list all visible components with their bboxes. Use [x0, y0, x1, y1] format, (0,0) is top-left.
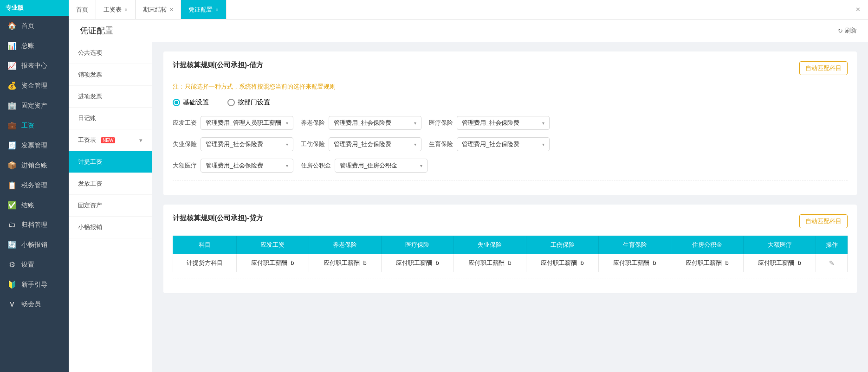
chevron-down-icon: ▾	[286, 121, 288, 126]
radio-basic[interactable]: 基础设置	[173, 98, 209, 107]
credit-title: 计提核算规则(公司承担)-贷方	[173, 214, 263, 223]
field-yanglao: 养老保险 管理费用_社会保险费 ▾	[301, 116, 421, 130]
new-badge: NEW	[101, 137, 115, 143]
field-yiliao: 医疗保险 管理费用_社会保险费 ▾	[429, 116, 550, 130]
nav-item-input-invoice[interactable]: 进项发票	[69, 86, 152, 108]
field-gongjijin: 住房公积金 管理费用_住房公积金 ▾	[301, 159, 428, 173]
guide-icon: 🔰	[7, 280, 17, 289]
th-gongjijin: 住房公积金	[671, 236, 744, 254]
tab-close-payroll[interactable]: ×	[124, 6, 128, 13]
cell-gongjijin: 应付职工薪酬_b	[671, 254, 744, 272]
tab-period[interactable]: 期末结转 ×	[136, 0, 181, 19]
cell-yanglao: 应付职工薪酬_b	[309, 254, 381, 272]
cell-yiliao: 应付职工薪酬_b	[381, 254, 453, 272]
sidebar-item-settings[interactable]: ⚙ 设置	[0, 255, 69, 275]
nav-item-cancel-invoice[interactable]: 销项发票	[69, 64, 152, 86]
sidebar-item-ledger[interactable]: 📊 总账	[0, 36, 69, 56]
chevron-down-icon: ▾	[286, 142, 288, 147]
select-shiye[interactable]: 管理费用_社会保险费 ▾	[201, 137, 293, 151]
sidebar-item-reports[interactable]: 📈 报表中心	[0, 56, 69, 76]
th-yanglao: 养老保险	[309, 236, 381, 254]
debit-row-3: 大额医疗 管理费用_社会保险费 ▾ 住房公积金 管理费用_住房公积金 ▾	[173, 159, 848, 173]
select-shengyu[interactable]: 管理费用_社会保险费 ▾	[457, 137, 550, 151]
radio-dept-circle[interactable]	[227, 99, 235, 106]
credit-table: 科目 应发工资 养老保险 医疗保险 失业保险 工伤保险 生育保险 住房公积金 大…	[173, 236, 848, 272]
refresh-button[interactable]: ↻ 刷新	[838, 26, 857, 35]
page-title: 凭证配置	[80, 25, 113, 36]
chevron-down-icon: ▾	[542, 121, 544, 126]
field-dayiliao: 大额医疗 管理费用_社会保险费 ▾	[173, 159, 293, 173]
sidebar-item-settlement[interactable]: ✅ 结账	[0, 195, 69, 215]
chevron-down-icon: ▾	[286, 163, 288, 168]
nav-item-calc-salary[interactable]: 计提工资	[69, 151, 152, 173]
field-gongshang: 工伤保险 管理费用_社会保险费 ▾	[301, 137, 421, 151]
window-close-btn[interactable]: ✕	[855, 6, 868, 13]
debit-auto-match-button[interactable]: 自动匹配科目	[799, 61, 848, 75]
debit-note: 注：只能选择一种方式，系统将按照您当前的选择来配置规则	[173, 83, 848, 91]
member-icon: V	[7, 301, 17, 308]
sidebar-item-salary[interactable]: 💼 工资	[0, 115, 69, 135]
th-yiliao: 医疗保险	[381, 236, 453, 254]
app-title: 专业版	[0, 0, 69, 16]
tax-icon: 📋	[7, 181, 17, 190]
tab-payroll[interactable]: 工资表 ×	[96, 0, 136, 19]
radio-basic-circle[interactable]	[173, 99, 180, 106]
sidebar-item-archive[interactable]: 🗂 归档管理	[0, 215, 69, 235]
sidebar-item-invoice[interactable]: 🧾 发票管理	[0, 135, 69, 155]
sidebar-item-assets[interactable]: 🏢 固定资产	[0, 96, 69, 115]
invoice-icon: 🧾	[7, 141, 17, 150]
cell-yingfa: 应付职工薪酬_b	[236, 254, 309, 272]
tab-home[interactable]: 首页	[69, 0, 96, 19]
home-icon: 🏠	[7, 21, 17, 30]
xiaochang-icon: 🔄	[7, 240, 17, 249]
ledger-icon: 📊	[7, 41, 17, 50]
sidebar-item-home[interactable]: 🏠 首页	[0, 16, 69, 36]
page-header: 凭证配置 ↻ 刷新	[69, 19, 868, 42]
select-yanglao[interactable]: 管理费用_社会保险费 ▾	[329, 116, 421, 130]
nav-item-payroll-table[interactable]: 工资表 NEW ▾	[69, 129, 152, 151]
credit-section: 计提核算规则(公司承担)-贷方 自动匹配科目 科目 应发工资 养老保险 医疗保险…	[163, 205, 857, 293]
salary-icon: 💼	[7, 121, 17, 130]
nav-item-xiaochang-report[interactable]: 小畅报销	[69, 217, 152, 238]
sidebar-item-funds[interactable]: 💰 资金管理	[0, 76, 69, 96]
tab-voucher[interactable]: 凭证配置 ×	[181, 0, 227, 19]
table-row: 计提贷方科目 应付职工薪酬_b 应付职工薪酬_b 应付职工薪酬_b 应付职工薪酬…	[173, 254, 848, 272]
tab-bar: 首页 工资表 × 期末结转 × 凭证配置 × ✕	[69, 0, 868, 19]
archive-icon: 🗂	[7, 221, 17, 229]
sidebar-item-guide[interactable]: 🔰 新手引导	[0, 275, 69, 295]
sidebar-item-xiaochang[interactable]: 🔄 小畅报销	[0, 235, 69, 255]
cell-subject: 计提贷方科目	[173, 254, 237, 272]
sidebar-item-tax[interactable]: 📋 税务管理	[0, 175, 69, 195]
radio-dept[interactable]: 按部门设置	[227, 98, 270, 107]
debit-row-1: 应发工资 管理费用_管理人员职工薪酬 ▾ 养老保险 管理费用_社会保险费 ▾	[173, 116, 848, 130]
th-shengyu: 生育保险	[599, 236, 671, 254]
chevron-down-icon: ▾	[414, 121, 416, 126]
tab-close-period[interactable]: ×	[170, 6, 173, 13]
nav-item-pay-salary[interactable]: 发放工资	[69, 173, 152, 195]
refresh-icon: ↻	[838, 27, 843, 34]
chevron-down-icon: ▾	[414, 142, 416, 147]
tab-close-voucher[interactable]: ×	[215, 6, 219, 13]
select-gongshang[interactable]: 管理费用_社会保险费 ▾	[329, 137, 421, 151]
edit-icon[interactable]: ✎	[829, 259, 835, 267]
sidebar-item-inventory[interactable]: 📦 进销台账	[0, 155, 69, 175]
select-yiliao[interactable]: 管理费用_社会保险费 ▾	[457, 116, 550, 130]
nav-item-public[interactable]: 公共选项	[69, 42, 152, 64]
assets-icon: 🏢	[7, 101, 17, 110]
select-gongjijin[interactable]: 管理费用_住房公积金 ▾	[335, 159, 428, 173]
debit-title: 计提核算规则(公司承担)-借方	[173, 61, 263, 70]
expand-icon: ▾	[139, 137, 143, 144]
settings-icon: ⚙	[7, 260, 17, 269]
select-yingfa[interactable]: 管理费用_管理人员职工薪酬 ▾	[201, 116, 293, 130]
cell-action[interactable]: ✎	[816, 254, 848, 272]
sidebar-item-member[interactable]: V 畅会员	[0, 295, 69, 314]
th-shiye: 失业保险	[453, 236, 526, 254]
chevron-down-icon: ▾	[542, 142, 544, 147]
nav-item-journal[interactable]: 日记账	[69, 108, 152, 129]
credit-auto-match-button[interactable]: 自动匹配科目	[799, 214, 848, 228]
nav-item-fixed-assets[interactable]: 固定资产	[69, 195, 152, 217]
debit-section: 计提核算规则(公司承担)-借方 自动匹配科目 注：只能选择一种方式，系统将按照您…	[163, 51, 857, 195]
select-dayiliao[interactable]: 管理费用_社会保险费 ▾	[201, 159, 293, 173]
field-shiye: 失业保险 管理费用_社会保险费 ▾	[173, 137, 293, 151]
th-action: 操作	[816, 236, 848, 254]
